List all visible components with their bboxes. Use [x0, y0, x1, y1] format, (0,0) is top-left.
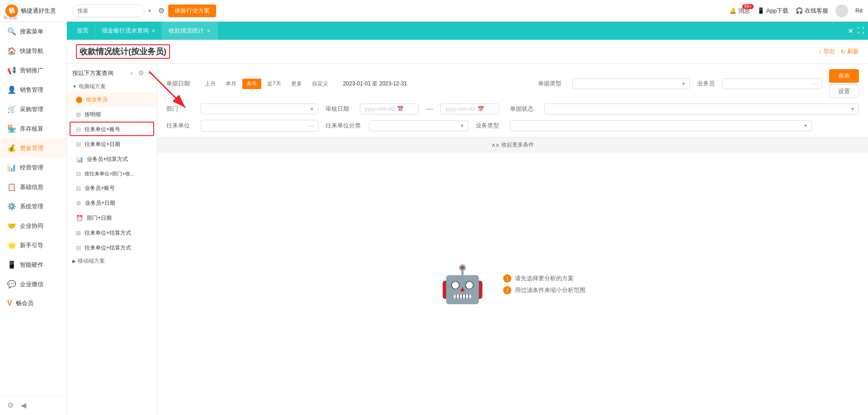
- page-title: 收款情况统计(按业务员): [76, 44, 170, 59]
- voucher-type-select[interactable]: ▾: [572, 78, 690, 89]
- sidebar-item-quick-nav[interactable]: 🏠 快捷导航: [0, 41, 66, 61]
- settings-btn[interactable]: 设置: [829, 85, 859, 98]
- voucher-type-chevron-icon: ▾: [682, 80, 685, 87]
- tab-bar: 首页 现金银行流水查询 ✕ 收款情况统计 ✕ ✕ ⛶: [67, 22, 868, 40]
- panel-header: 按以下方案查询 ＋ ⚙ «: [67, 64, 157, 81]
- review-date-end-value: yyyy-mm-dd: [445, 106, 475, 112]
- settings-icon[interactable]: ⚙: [158, 6, 165, 15]
- sidebar-item-search-menu[interactable]: 🔍 搜索菜单: [0, 22, 66, 41]
- collapse-panel-icon[interactable]: «: [148, 69, 151, 77]
- review-date-end-input[interactable]: yyyy-mm-dd 📅: [440, 104, 499, 114]
- section-mobile[interactable]: ▶ 移动端方案: [67, 255, 157, 267]
- app-download-btn[interactable]: 📱 App下载: [757, 7, 788, 15]
- sidebar-item-wechat[interactable]: 💬 企业微信: [0, 274, 66, 294]
- sidebar-collapse-icon[interactable]: ◀: [21, 401, 26, 410]
- sidebar-item-finance[interactable]: 💰 资金管理: [0, 138, 66, 158]
- menu-item-partner-settle2[interactable]: ⊟ 往来单位+结算方式: [67, 241, 157, 255]
- date-label: 单据日期: [166, 80, 193, 88]
- date-tab-this-month[interactable]: 本月: [222, 79, 241, 89]
- empty-tips: 1 请先选择要分析的方案 2 用过滤条件来缩小分析范围: [503, 274, 585, 294]
- staff-more-icon[interactable]: ···: [812, 80, 817, 87]
- tab-close-all-icon[interactable]: ✕: [848, 27, 854, 35]
- review-date-start-input[interactable]: yyyy-mm-dd 📅: [360, 104, 419, 114]
- filter-row-3: 往来单位 ··· 往来单位分类 ▾ 业务类型 ▾: [166, 120, 859, 132]
- operation-icon: 📊: [7, 163, 16, 172]
- section-desktop[interactable]: ▼ 电脑端方案: [67, 81, 157, 92]
- top-search-input[interactable]: [72, 5, 145, 17]
- sidebar-item-operation[interactable]: 📊 经营管理: [0, 158, 66, 177]
- partner-input[interactable]: ···: [201, 120, 318, 132]
- query-btn[interactable]: 查询: [829, 69, 859, 83]
- date-tab-custom[interactable]: 自定义: [308, 79, 332, 89]
- sidebar-settings-icon[interactable]: ⚙: [7, 401, 14, 410]
- partner-dept-icon: ⊟: [76, 170, 81, 177]
- tab-collection-stats[interactable]: 收款情况统计 ✕: [162, 22, 217, 40]
- online-service-label: 在线客服: [805, 7, 828, 15]
- sidebar-item-system[interactable]: ⚙️ 系统管理: [0, 197, 66, 216]
- trial-btn[interactable]: 体验行业方案: [168, 5, 216, 17]
- guide-icon: 🌟: [7, 241, 16, 250]
- export-btn[interactable]: ↑ 导出: [819, 47, 835, 56]
- sidebar-item-purchase[interactable]: 🛒 采购管理: [0, 99, 66, 119]
- partner-more-icon[interactable]: ···: [308, 122, 313, 129]
- add-scheme-icon[interactable]: ＋: [128, 69, 135, 77]
- sidebar-item-member[interactable]: V 畅会员: [0, 294, 66, 313]
- partner-date-label: 往来单位+日期: [85, 141, 120, 148]
- date-tab-last-month[interactable]: 上月: [201, 79, 220, 89]
- tab-home[interactable]: 首页: [71, 22, 95, 40]
- dept-select[interactable]: ▾: [201, 104, 318, 114]
- logo-text: 畅捷通好生意: [21, 7, 56, 15]
- refresh-btn[interactable]: ↻ 刷新: [840, 47, 859, 56]
- tab-collection-stats-close-icon[interactable]: ✕: [207, 28, 211, 34]
- partner-class-select[interactable]: ▾: [369, 120, 468, 131]
- sidebar-item-base-info[interactable]: 📋 基础信息: [0, 177, 66, 197]
- staff-select[interactable]: ···: [722, 78, 822, 89]
- staff-date-label: 业务员+日期: [85, 199, 115, 207]
- sidebar-label-finance: 资金管理: [20, 144, 43, 152]
- menu-item-partner-account[interactable]: ⊟ 往来单位+账号: [67, 122, 157, 137]
- sidebar-item-enterprise[interactable]: 🤝 企业协同: [0, 216, 66, 236]
- voucher-status-select[interactable]: ▾: [544, 104, 859, 114]
- service-icon: 🎧: [796, 7, 803, 14]
- dropdown-arrow-icon[interactable]: ▾: [148, 8, 151, 14]
- menu-item-by-staff[interactable]: 按业务员: [67, 92, 157, 107]
- calendar-end-icon[interactable]: 📅: [477, 106, 484, 112]
- sidebar-item-sales[interactable]: 👤 销售管理: [0, 80, 66, 99]
- menu-item-staff-settle[interactable]: 📊 业务员+结算方式: [67, 152, 157, 167]
- staff-label: 业务员: [697, 80, 715, 88]
- refresh-label: 刷新: [847, 47, 859, 56]
- biz-type-select[interactable]: ▾: [510, 120, 812, 131]
- online-service-btn[interactable]: 🎧 在线客服: [796, 7, 828, 15]
- date-tab-7days[interactable]: 近7天: [263, 79, 285, 89]
- staff-account-label: 业务员+账号: [85, 184, 115, 192]
- messages-btn[interactable]: 🔔 消息 99+: [729, 7, 750, 15]
- sidebar-label-marketing: 营销推广: [20, 66, 43, 75]
- menu-item-by-detail[interactable]: ⊞ 按明细: [67, 107, 157, 122]
- export-icon: ↑: [819, 48, 822, 55]
- collapse-conditions-btn[interactable]: ∧∧ 收起更多条件: [157, 137, 868, 152]
- sidebar-item-guide[interactable]: 🌟 新手引导: [0, 236, 66, 255]
- menu-item-partner-settle1[interactable]: ⊞ 往来单位+结算方式: [67, 226, 157, 241]
- date-tab-more[interactable]: 更多: [287, 79, 306, 89]
- date-tab-this-year[interactable]: 本年: [242, 79, 261, 89]
- calendar-start-icon[interactable]: 📅: [397, 106, 404, 112]
- scheme-settings-icon[interactable]: ⚙: [138, 69, 144, 77]
- menu-item-partner-date[interactable]: ⊟ 往来单位+日期: [67, 137, 157, 152]
- tab-bank-flow-close-icon[interactable]: ✕: [151, 28, 156, 34]
- by-detail-icon: ⊞: [76, 111, 81, 118]
- menu-item-staff-date[interactable]: ⚙ 业务员+日期: [67, 196, 157, 211]
- tab-fullscreen-icon[interactable]: ⛶: [857, 27, 864, 35]
- menu-item-dept-date[interactable]: ⏰ 部门+日期: [67, 211, 157, 226]
- tab-bank-flow[interactable]: 现金银行流水查询 ✕: [95, 22, 162, 40]
- page-header-actions: ↑ 导出 ↻ 刷新: [819, 47, 859, 56]
- user-avatar[interactable]: [835, 5, 848, 17]
- sidebar-label-operation: 经营管理: [20, 164, 43, 172]
- sidebar-item-smart-hw[interactable]: 📱 智能硬件: [0, 255, 66, 274]
- menu-item-staff-account[interactable]: ⊟ 业务员+账号: [67, 181, 157, 196]
- system-icon: ⚙️: [7, 202, 16, 211]
- sidebar-item-inventory[interactable]: 🏪 库存核算: [0, 119, 66, 138]
- by-staff-icon: [76, 97, 82, 103]
- partner-label: 往来单位: [166, 122, 193, 130]
- menu-item-partner-dept[interactable]: ⊟ 按往来单位+部门+收...: [67, 167, 157, 181]
- sidebar-item-marketing[interactable]: 📢 营销推广: [0, 61, 66, 80]
